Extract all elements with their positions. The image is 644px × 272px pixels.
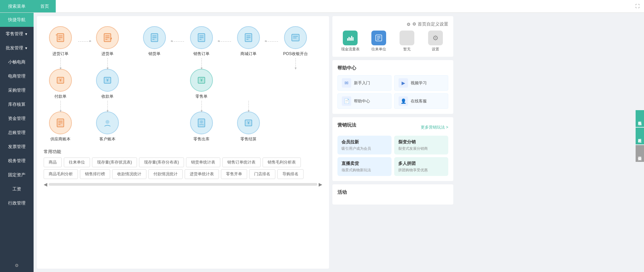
activity-section: 活动 — [332, 184, 453, 205]
help-item-beginner[interactable]: ✉ 新手入门 — [337, 75, 392, 91]
node-customer-account[interactable]: 客户账本 — [91, 111, 124, 142]
func-btn-stock1[interactable]: 现存量(库存状况表) — [92, 157, 137, 167]
scroll-track[interactable] — [49, 183, 317, 186]
sidebar-item-wholesale[interactable]: 批发管理 ▼ — [0, 41, 34, 55]
scroll-left-btn[interactable]: ◀ — [44, 182, 47, 187]
mkt-card-live[interactable]: 直播卖货 场景式购物新玩法 — [337, 157, 392, 176]
node-purchase-order[interactable]: 进货订单 — [44, 26, 77, 57]
func-btn-goods[interactable]: 商品 — [44, 157, 62, 167]
homepage-settings-label[interactable]: ⚙ ⚙ 首页自定义设置 — [407, 21, 448, 27]
func-btn-purchase-stat[interactable]: 进货单统计表 — [185, 169, 219, 179]
retail-out-label: 零售出库 — [193, 136, 210, 142]
receipt-icon: ¥ — [96, 69, 119, 92]
quick-nav-panel: 进货订单 ▶ 进货单 — [37, 16, 329, 269]
func-btn-ranking[interactable]: 销售排行榜 — [80, 169, 110, 179]
node-sale-bill[interactable]: 销货单 — [138, 26, 171, 57]
floating-buttons: 客服热线 服务社区 桌面快捷 — [636, 110, 644, 162]
marketing-grid: 会员拉新 吸引用户成为会员 裂变分销 裂变式发展分销商 直播卖货 场景式购物新玩… — [337, 136, 448, 176]
node-receipt[interactable]: ¥ 收款单 — [91, 69, 124, 99]
svg-rect-51 — [349, 37, 350, 41]
chevron-down-icon: ▼ — [25, 46, 28, 50]
sidebar-item-retail[interactable]: 零售管理 ▼ — [0, 27, 34, 41]
help-item-help[interactable]: 📄 帮助中心 — [337, 93, 392, 109]
scroll-right-btn[interactable]: ▶ — [319, 182, 322, 187]
svg-point-46 — [200, 121, 203, 123]
help-label: 帮助中心 — [354, 98, 370, 104]
sidebar-item-quicknav[interactable]: 快捷导航 — [0, 13, 34, 27]
node-mall-order[interactable]: 商城订单 — [232, 26, 265, 57]
sidebar-item-admin[interactable]: 行政管理 — [0, 196, 34, 210]
sidebar-item-assets[interactable]: 固定资产 — [0, 168, 34, 182]
fullscreen-button[interactable]: ⛶ — [632, 1, 642, 11]
node-purchase-bill[interactable]: 进货单 — [91, 26, 124, 57]
float-btn-hotline[interactable]: 客服热线 — [636, 110, 644, 127]
arrow-2: ◀ — [171, 41, 185, 42]
float-btn-community[interactable]: 服务社区 — [636, 128, 644, 144]
mkt-fission-title: 裂变分销 — [398, 139, 444, 145]
svg-rect-50 — [347, 38, 348, 41]
scroll-row: ◀ ▶ — [44, 182, 322, 187]
marketing-header: 营销玩法 更多营销玩法 > — [337, 122, 448, 132]
node-retail-out[interactable]: 零售出库 — [185, 111, 218, 142]
sidebar-item-ecom-mgmt[interactable]: 电商管理 — [0, 69, 34, 83]
help-center-section: 帮助中心 ✉ 新手入门 ▶ 视频学习 📄 帮助中心 — [332, 60, 453, 114]
qa-settings[interactable]: ⚙ 设置 — [423, 31, 449, 52]
home-tab[interactable]: 首页 — [34, 0, 56, 12]
mkt-live-desc: 场景式购物新玩法 — [341, 168, 387, 173]
qa-settings-label: 设置 — [432, 47, 439, 52]
mkt-live-title: 直播卖货 — [341, 161, 387, 167]
svg-text:¥: ¥ — [59, 78, 62, 83]
sidebar-item-invoice[interactable]: 发票管理 — [0, 140, 34, 154]
mkt-card-fission[interactable]: 裂变分销 裂变式发展分销商 — [394, 136, 448, 154]
help-icon: 📄 — [342, 96, 351, 106]
right-panel: ⚙ ⚙ 首页自定义设置 现金流量表 — [332, 16, 453, 269]
sidebar-settings-button[interactable]: ⚙ — [0, 259, 34, 272]
quick-access-header: ⚙ ⚙ 首页自定义设置 — [337, 21, 448, 27]
qa-contacts[interactable]: 往来单位 — [366, 31, 392, 52]
help-center-title: 帮助中心 — [337, 65, 448, 71]
sidebar-item-ledger[interactable]: 总账管理 — [0, 126, 34, 140]
mkt-card-group[interactable]: 多人拼团 拼团购物享受优惠 — [394, 157, 448, 176]
sidebar-item-finance[interactable]: 资金管理 — [0, 111, 34, 126]
beginner-label: 新手入门 — [354, 80, 370, 86]
func-btn-stock2[interactable]: 现存量(库存分布表) — [139, 157, 184, 167]
func-btn-receipt-stat[interactable]: 收款情况统计 — [112, 169, 146, 179]
func-btn-saleorder-stat[interactable]: 销售订单统计表 — [222, 157, 261, 167]
func-btn-margin2[interactable]: 商品毛利分析 — [44, 169, 78, 179]
gear-icon: ⚙ — [407, 22, 411, 27]
flow-varrows-2: ▼ ▼ — [44, 101, 322, 110]
sidebar-item-ecom[interactable]: 小畅电商 — [0, 55, 34, 69]
video-icon: ▶ — [399, 78, 408, 88]
mkt-card-member[interactable]: 会员拉新 吸引用户成为会员 — [337, 136, 392, 154]
func-btn-guide-rank[interactable]: 导购排名 — [277, 169, 304, 179]
qa-cashflow[interactable]: 现金流量表 — [337, 31, 363, 52]
node-sale-order[interactable]: 销售订单 — [185, 26, 218, 57]
func-btn-margin1[interactable]: 销售毛利分析表 — [263, 157, 301, 167]
func-btn-store-rank[interactable]: 门店排名 — [249, 169, 275, 179]
float-btn-desktop[interactable]: 桌面快捷 — [636, 145, 644, 162]
node-retail-settle[interactable]: ¥ 零售结算 — [232, 111, 265, 142]
func-btn-contacts[interactable]: 往来单位 — [64, 157, 90, 167]
sidebar-item-inventory[interactable]: 库存核算 — [0, 97, 34, 111]
service-label: 在线客服 — [411, 98, 427, 104]
settings-icon: ⚙ — [428, 31, 443, 45]
cashflow-icon — [343, 31, 358, 45]
search-menu-button[interactable]: 搜索菜单 — [0, 0, 34, 12]
help-item-video[interactable]: ▶ 视频学习 — [394, 75, 448, 91]
help-item-service[interactable]: 👤 在线客服 — [394, 93, 448, 109]
node-retail[interactable]: ¥ 零售单 — [185, 69, 218, 99]
sidebar-item-salary[interactable]: 工资 — [0, 182, 34, 196]
flow-row-3: 供应商账本 客户账本 — [44, 111, 322, 142]
node-pos[interactable]: POS收银开台 — [279, 26, 312, 57]
node-supplier-account[interactable]: 供应商账本 — [44, 111, 77, 142]
func-btn-retail-order[interactable]: 零售开单 — [221, 169, 247, 179]
purchase-order-icon — [49, 26, 72, 49]
mkt-member-desc: 吸引用户成为会员 — [341, 146, 387, 151]
node-payment[interactable]: ¥ 付款单 — [44, 69, 77, 99]
func-btn-payment-stat[interactable]: 付款情况统计 — [148, 169, 183, 179]
sidebar-item-purchase[interactable]: 采购管理 — [0, 83, 34, 97]
pos-icon — [284, 26, 307, 49]
func-btn-sale-stat[interactable]: 销货单统计表 — [186, 157, 220, 167]
sidebar-item-tax[interactable]: 税务管理 — [0, 154, 34, 168]
marketing-more-btn[interactable]: 更多营销玩法 > — [421, 125, 448, 130]
